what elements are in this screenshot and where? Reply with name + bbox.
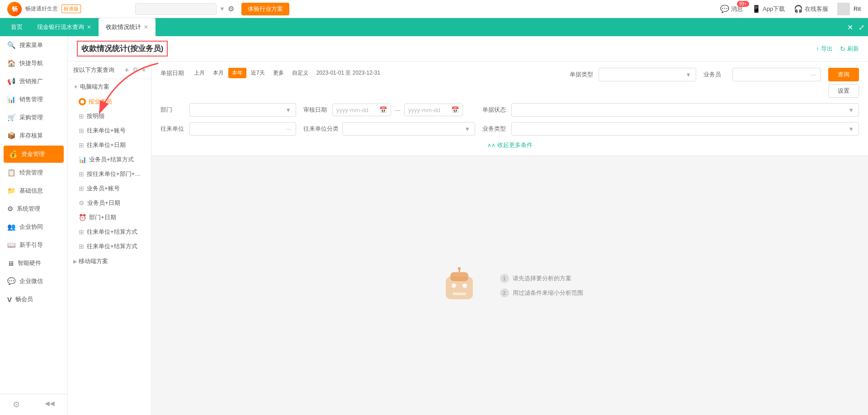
maximize-window-btn[interactable]: ⤢	[859, 23, 864, 32]
search-bar[interactable]	[135, 3, 217, 15]
dept-select[interactable]: ▼	[189, 103, 296, 117]
date-tab-last-month[interactable]: 上月	[190, 68, 208, 78]
app-download-button[interactable]: 📱 App下载	[752, 5, 785, 13]
sidebar-item-member[interactable]: V 畅会员	[0, 290, 67, 308]
basic-info-icon: 📁	[7, 187, 16, 195]
date-label: 单据日期	[160, 69, 186, 77]
sidebar-collapse-btn[interactable]: ◀◀	[45, 400, 55, 410]
scheme-item-partner-date[interactable]: ⊞ 往来单位+日期	[68, 138, 151, 152]
member-icon: V	[7, 296, 12, 303]
tab-home[interactable]: 首页	[4, 18, 30, 36]
sidebar-item-enterprise[interactable]: 👥 企业协同	[0, 218, 67, 236]
sidebar-item-marketing[interactable]: 📢 营销推广	[0, 72, 67, 90]
search-menu-icon: 🔍	[7, 41, 16, 49]
scheme-collapse-btn[interactable]: «	[142, 66, 146, 74]
scheme-item-salesperson-account[interactable]: ⊞ 业务员+账号	[68, 181, 151, 196]
tab-bank-flow[interactable]: 现金银行流水查询 ✕	[30, 18, 99, 36]
sidebar-item-inventory[interactable]: 📦 库存核算	[0, 127, 67, 145]
operations-icon: 📋	[7, 169, 16, 177]
salesperson-select[interactable]: ···	[732, 68, 821, 81]
doc-type-select[interactable]: ▼	[599, 68, 696, 81]
scheme-item-by-detail[interactable]: ⊞ 按明细	[68, 109, 151, 123]
dept-label: 部门	[160, 106, 186, 114]
tab-home-label: 首页	[11, 23, 23, 31]
scheme-item-dept-date[interactable]: ⏰ 部门+日期	[68, 210, 151, 225]
scheme-item-partner-payment2[interactable]: ⊞ 往来单位+结算方式	[68, 239, 151, 254]
sidebar-item-sales[interactable]: 📊 销售管理	[0, 90, 67, 108]
date-tab-custom[interactable]: 自定义	[288, 68, 312, 78]
hint-1: 1 请先选择要分析的方案	[500, 274, 583, 283]
sidebar-item-operations[interactable]: 📋 经营管理	[0, 164, 67, 182]
scheme-mobile-title[interactable]: ▶ 移动端方案	[68, 254, 151, 269]
review-date-to[interactable]: yyyy-mm-dd 📅	[404, 104, 463, 116]
scheme-settings-btn[interactable]: ⚙	[132, 66, 138, 74]
tab-bank-flow-close[interactable]: ✕	[87, 24, 91, 30]
user-info: Rit	[837, 3, 861, 15]
date-tab-more[interactable]: 更多	[269, 68, 288, 78]
sidebar-item-smart-hw[interactable]: 🖥 智能硬件	[0, 254, 67, 272]
sidebar-item-wechat[interactable]: 💬 企业微信	[0, 272, 67, 290]
logo-icon: 畅	[7, 2, 22, 16]
sidebar-item-guide[interactable]: 📖 新手引导	[0, 236, 67, 254]
tab-collection-stats-close[interactable]: ✕	[144, 24, 148, 30]
export-button[interactable]: ↑ 导出	[816, 45, 833, 53]
salesperson-more-icon[interactable]: ···	[811, 71, 816, 78]
salesperson-label: 业务员	[703, 71, 729, 79]
scheme-add-btn[interactable]: +	[125, 66, 129, 74]
date-tab-this-year[interactable]: 本年	[228, 68, 246, 78]
page-actions: ↑ 导出 ↻ 刷新	[816, 45, 859, 53]
scheme-desktop-title[interactable]: ▼ 电脑端方案	[68, 79, 151, 94]
salesperson-date-icon: ⚙	[79, 199, 85, 207]
page-header: 收款情况统计(按业务员) ↑ 导出 ↻ 刷新	[68, 36, 868, 61]
partner-category-select[interactable]: ▼	[342, 122, 475, 136]
scheme-item-partner-account[interactable]: ⊞ 往来单位+账号	[68, 123, 151, 138]
sidebar-item-quick-nav[interactable]: 🏠 快捷导航	[0, 54, 67, 72]
biz-type-select[interactable]: ▼	[511, 122, 859, 136]
date-separator: —	[395, 107, 401, 113]
partner-more-icon[interactable]: ···	[286, 125, 291, 132]
partner-select[interactable]: ···	[189, 122, 296, 136]
scheme-item-by-salesperson[interactable]: 按业务员	[68, 94, 151, 109]
sidebar-item-search-menu[interactable]: 🔍 搜索菜单	[0, 36, 67, 54]
review-date-label: 审核日期	[303, 106, 329, 114]
messages-button[interactable]: 💬 消息 99+	[720, 5, 743, 13]
sidebar-settings-btn[interactable]: ⚙	[13, 400, 20, 410]
date-tab-last-7-days[interactable]: 近7天	[247, 68, 269, 78]
inventory-icon: 📦	[7, 132, 16, 140]
scheme-item-salesperson-date[interactable]: ⚙ 业务员+日期	[68, 196, 151, 210]
sidebar-item-finance[interactable]: 💰 资金管理	[4, 146, 64, 163]
scheme-item-partner-dept[interactable]: ⊞ 按往来单位+部门+收...	[68, 167, 151, 181]
scheme-item-salesperson-payment[interactable]: 📊 业务员+结算方式	[68, 152, 151, 167]
scheme-item-partner-payment1[interactable]: ⊞ 往来单位+结算方式	[68, 225, 151, 239]
close-window-btn[interactable]: ✕	[847, 23, 853, 32]
sidebar-item-basic-info[interactable]: 📁 基础信息	[0, 182, 67, 200]
enterprise-icon: 👥	[7, 223, 16, 231]
sidebar-item-purchase[interactable]: 🛒 采购管理	[0, 108, 67, 127]
tab-collection-stats-label: 收款情况统计	[106, 23, 141, 31]
date-tab-this-month[interactable]: 本月	[209, 68, 227, 78]
settings-icon[interactable]: ⚙	[228, 5, 234, 13]
doc-status-select[interactable]: ▼	[511, 103, 859, 117]
empty-state: 1 请先选择要分析的方案 2 用过滤条件来缩小分析范围	[151, 156, 868, 415]
salesperson-payment-icon: 📊	[79, 156, 86, 163]
hint-1-num: 1	[500, 274, 509, 283]
sidebar-item-system[interactable]: ⚙ 系统管理	[0, 200, 67, 218]
review-date-from[interactable]: yyyy-mm-dd 📅	[332, 104, 391, 116]
detail-icon: ⊞	[79, 113, 84, 120]
biz-type-chevron: ▼	[848, 126, 854, 132]
collapse-conditions-btn[interactable]: ∧∧ 收起更多条件	[487, 141, 533, 149]
query-button[interactable]: 查询	[828, 68, 859, 81]
online-service-button[interactable]: 🎧 在线客服	[794, 5, 828, 13]
user-name: Rit	[854, 5, 861, 12]
svg-point-4	[462, 283, 467, 288]
settings-button[interactable]: 设置	[828, 84, 859, 98]
page-title-highlight: 收款情况统计(按业务员)	[77, 41, 168, 57]
expand-icon[interactable]: ▼	[219, 5, 225, 12]
tab-collection-stats[interactable]: 收款情况统计 ✕	[99, 18, 156, 36]
doc-status-chevron: ▼	[848, 107, 854, 113]
svg-point-3	[452, 283, 456, 288]
refresh-button[interactable]: ↻ 刷新	[840, 45, 859, 53]
trial-button[interactable]: 体验行业方案	[241, 3, 289, 15]
partner-date-icon: ⊞	[79, 141, 84, 149]
app-download-label: App下载	[763, 5, 785, 13]
